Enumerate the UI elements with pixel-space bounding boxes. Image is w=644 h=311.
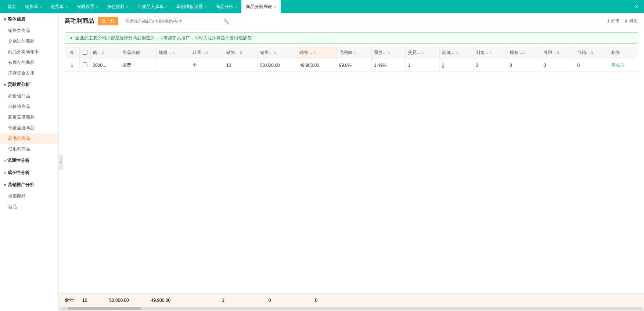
sidebar-item-high-value[interactable]: 高价值商品 — [0, 91, 58, 101]
nav-item-permission[interactable]: 权限设置 × — [72, 0, 102, 13]
sidebar-item-traded-goods[interactable]: 交易过的商品 — [0, 36, 58, 47]
sidebar-section-overall[interactable]: ∨ 整体信息 — [0, 13, 58, 25]
sidebar-item-all-goods[interactable]: 全部商品 — [0, 191, 58, 202]
close-icon[interactable]: × — [204, 4, 206, 9]
filter-button[interactable]: 近一月 — [98, 17, 118, 25]
sort-icon: ⇅ — [273, 51, 276, 55]
sort-icon: ⇅ — [206, 51, 209, 55]
sidebar-item-sales-goods[interactable]: 销售类商品 — [0, 25, 58, 36]
sort-icon: ⇅ — [523, 51, 526, 55]
cell-name: 运费 — [120, 59, 156, 72]
sidebar-item-stock-goods[interactable]: 有库存的商品 — [0, 57, 58, 68]
main-layout: ∨ 整体信息 销售类商品 交易过的商品 商品分类助销率 有库存的商品 库存资金占… — [0, 13, 644, 311]
th-sales-amount[interactable]: 销售...⇅ — [258, 47, 297, 59]
footer-sales-amount: 50,000.00 — [109, 298, 129, 303]
sidebar-item-low-margin[interactable]: 低毛利商品 — [0, 144, 58, 155]
share-button[interactable]: ⤴ 分享 — [607, 18, 620, 24]
sidebar-section-marketing[interactable]: ∨ 营销推广分析 — [0, 179, 58, 191]
sidebar-item-high-coverage[interactable]: 高覆盖度商品 — [0, 112, 58, 123]
th-settings[interactable]: ⚙ — [65, 47, 79, 59]
nav-item-sales[interactable]: 销售单 × — [21, 0, 46, 13]
row-checkbox[interactable] — [83, 62, 87, 67]
cell-checkbox[interactable] — [79, 59, 90, 72]
th-available-stock[interactable]: 可用...⇅ — [541, 47, 575, 59]
cell-code: 0000... — [90, 59, 120, 72]
chevron-down-icon: ∨ — [4, 17, 6, 21]
horizontal-scrollbar[interactable] — [59, 307, 644, 311]
sidebar-item-new-goods[interactable]: 新品 — [0, 202, 58, 212]
cell-tag: 高收入 — [609, 59, 638, 72]
sort-icon: ⇅ — [353, 51, 356, 55]
cell-browse1[interactable]: 0 — [439, 59, 473, 72]
page-title: 高毛利商品 — [65, 17, 94, 25]
close-icon[interactable]: × — [65, 4, 68, 9]
cell-current-stock: 0 — [507, 59, 541, 72]
content-area: 高毛利商品 近一月 🔍 ⤴ 分享 ⬇ 导出 ✦ 企业的主要的利润都是这部分商品创… — [59, 13, 644, 311]
sidebar-item-low-coverage[interactable]: 低覆盖度商品 — [0, 123, 58, 133]
data-table: ⚙ 商...⇅ 商品名称 规格...⇅ 计量...⇅ 销售...⇅ 销售...⇅… — [65, 47, 638, 72]
th-code[interactable]: 商...⇅ — [90, 47, 120, 59]
footer-current-stock: 0 — [315, 298, 318, 303]
th-browse2[interactable]: 浏览...⇅ — [473, 47, 507, 59]
close-icon[interactable]: × — [126, 4, 128, 9]
close-icon[interactable]: × — [165, 4, 168, 9]
sidebar-section-growth[interactable]: > 成长性分析 — [0, 167, 58, 179]
nav-item-home[interactable]: 首页 — [3, 0, 21, 13]
nav-item-product-entry[interactable]: 产成品入库单 × — [133, 0, 172, 13]
cell-spec — [156, 59, 190, 72]
th-trade-count[interactable]: 交易...⇅ — [406, 47, 439, 59]
sort-icon: ⇅ — [557, 51, 560, 55]
sidebar-collapse-button[interactable]: « — [59, 155, 63, 170]
close-icon[interactable]: × — [96, 4, 98, 9]
export-button[interactable]: ⬇ 导出 — [624, 18, 638, 24]
cell-index: 1 — [65, 59, 79, 72]
th-sales-qty[interactable]: 销售...⇅ — [224, 47, 258, 59]
select-all-checkbox[interactable] — [83, 50, 87, 55]
th-tag[interactable]: 标签 — [609, 47, 638, 59]
th-unit[interactable]: 计量...⇅ — [190, 47, 224, 59]
close-icon[interactable]: × — [235, 4, 237, 9]
sort-icon: ⇅ — [313, 51, 316, 55]
scrollbar-thumb[interactable] — [68, 307, 141, 310]
footer-trade-count: 1 — [222, 298, 224, 303]
th-cover-rate[interactable]: 覆盖...⇅ — [372, 47, 406, 59]
sidebar-section-contribution[interactable]: ∨ 贡献度分析 — [0, 79, 58, 91]
th-sales-cost[interactable]: 销售...⇅ — [297, 47, 337, 59]
nav-item-role[interactable]: 角色授权 × — [102, 0, 133, 13]
nav-item-analysis-list[interactable]: 商品分析列表 × — [241, 0, 280, 13]
chevron-down-icon: ∨ — [4, 183, 6, 187]
cell-available-stock: 0 — [541, 59, 575, 72]
close-icon[interactable]: × — [274, 4, 276, 9]
chevron-right-icon: > — [4, 159, 6, 163]
search-input[interactable] — [125, 19, 223, 24]
sidebar-item-category-rate[interactable]: 商品分类助销率 — [0, 47, 58, 57]
export-icon: ⬇ — [624, 19, 628, 24]
browse-link[interactable]: 0 — [442, 63, 445, 68]
sidebar-section-liquidity[interactable]: > 流通性分析 — [0, 155, 58, 167]
table-header-row: ⚙ 商...⇅ 商品名称 规格...⇅ 计量...⇅ 销售...⇅ 销售...⇅… — [65, 47, 638, 59]
sort-icon: ⇅ — [421, 51, 424, 55]
nav-item-purchase[interactable]: 进货单 × — [46, 0, 72, 13]
th-spec[interactable]: 规格...⇅ — [156, 47, 190, 59]
close-window-button[interactable]: × — [632, 3, 641, 10]
th-name[interactable]: 商品名称 — [120, 47, 156, 59]
cell-browse2: 0 — [473, 59, 507, 72]
th-checkbox[interactable] — [79, 47, 90, 59]
th-sellable-stock[interactable]: 可销...⇅ — [575, 47, 609, 59]
cell-trade-count: 1 — [406, 59, 439, 72]
nav-item-analysis[interactable]: 商品分析 × — [211, 0, 241, 13]
nav-item-template[interactable]: 单据模板设置 × — [172, 0, 211, 13]
search-icon[interactable]: 🔍 — [223, 19, 229, 24]
footer-totals: 10 50,000.00 49,900.00 1 0 0 — [82, 298, 317, 303]
th-browse1[interactable]: 浏览...⇅ — [439, 47, 473, 59]
th-gross-rate[interactable]: 毛利率⇅ — [337, 47, 371, 59]
cell-cover-rate: 1.49% — [372, 59, 406, 72]
sidebar-item-high-margin[interactable]: 高毛利商品 — [0, 133, 58, 144]
info-icon: ✦ — [69, 36, 73, 41]
close-icon[interactable]: × — [40, 4, 42, 9]
th-current-stock[interactable]: 现有...⇅ — [507, 47, 541, 59]
sidebar-item-stock-capital[interactable]: 库存资金占用 — [0, 68, 58, 79]
sidebar-item-low-value[interactable]: 低价值商品 — [0, 101, 58, 112]
footer-sales-cost: 49,900.00 — [151, 298, 170, 303]
cell-sales-qty: 10 — [224, 59, 258, 72]
